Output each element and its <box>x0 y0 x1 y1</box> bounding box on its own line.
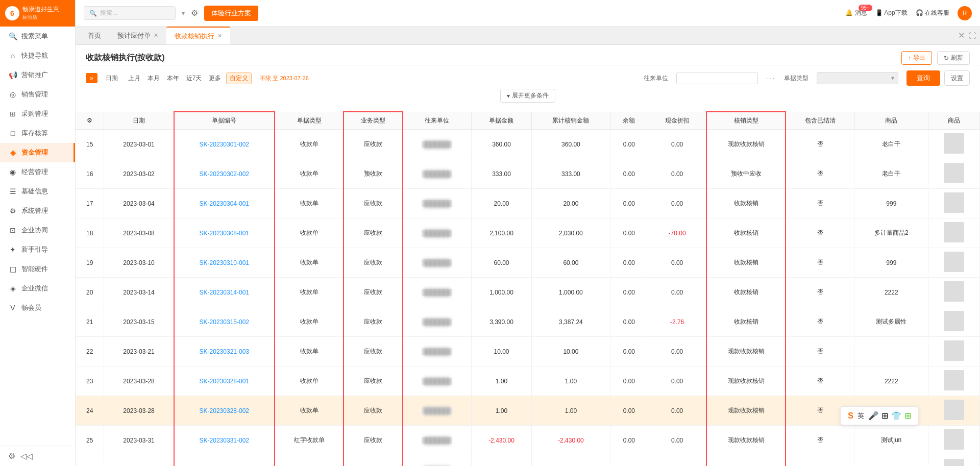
sidebar-item-guide[interactable]: ✦ 新手引导 <box>0 240 75 259</box>
close-all-tabs-icon[interactable]: ✕ <box>958 31 965 40</box>
doc-no-link[interactable]: SK-20230315-002 <box>200 318 249 326</box>
query-button[interactable]: 查询 <box>906 70 940 86</box>
sidebar-item-finance[interactable]: ◈ 资金管理 <box>0 143 75 162</box>
date-this-year-button[interactable]: 本年 <box>165 73 181 84</box>
collapse-icon[interactable]: ◁◁ <box>20 451 33 461</box>
doc-type-select[interactable] <box>817 72 898 84</box>
cell-doc-no[interactable]: SK-20230314-001 <box>174 278 275 307</box>
cell-amount: 360.00 <box>471 130 531 159</box>
table-row: 232023-03-28SK-20230328-001收款单应收款██████1… <box>76 366 980 396</box>
cell-goods2 <box>928 218 980 248</box>
cell-cash-discount: -2.76 <box>648 307 706 337</box>
cell-balance: 0.00 <box>610 218 648 248</box>
tab-close-icon[interactable]: ✕ <box>154 32 158 39</box>
cell-doc-no[interactable]: SK-20230328-002 <box>174 396 275 426</box>
export-icon: ↑ <box>908 55 911 62</box>
user-avatar[interactable]: R <box>958 6 972 20</box>
date-this-month-button[interactable]: 本月 <box>145 73 162 84</box>
filter-settings-button[interactable]: 设置 <box>944 70 970 86</box>
dropdown-arrow-icon[interactable]: ▾ <box>182 10 185 17</box>
date-filter-label: 日期 <box>106 74 118 83</box>
doc-no-link[interactable]: SK-20230302-002 <box>200 170 249 178</box>
doc-no-link[interactable]: SK-20230314-001 <box>200 289 249 296</box>
cell-doc-no[interactable]: SK-20230302-002 <box>174 159 275 189</box>
col-gear[interactable]: ⚙ <box>76 112 104 130</box>
cell-biz-type: 应收款 <box>344 426 403 455</box>
expand-filter-button[interactable]: ▾ 展开更多条件 <box>500 89 555 103</box>
expand-tabs-icon[interactable]: ⛶ <box>969 32 976 40</box>
cell-doc-no[interactable]: SK-20230331-002 <box>174 426 275 455</box>
date-7days-button[interactable]: 近7天 <box>184 73 204 84</box>
cell-amount: 2,100.00 <box>471 218 531 248</box>
cell-include-settled: 否 <box>786 278 854 307</box>
sidebar-item-basic[interactable]: ☰ 基础信息 <box>0 182 75 201</box>
sidebar-item-nav[interactable]: ⌂ 快捷导航 <box>0 46 75 65</box>
cell-doc-no[interactable]: SK-20230308-001 <box>174 218 275 248</box>
sidebar-item-sales[interactable]: ◎ 销售管理 <box>0 85 75 104</box>
cell-doc-no[interactable]: SK-20230403-002 <box>174 455 275 467</box>
doc-no-link[interactable]: SK-20230328-002 <box>200 407 249 414</box>
shirt-icon[interactable]: 👕 <box>891 411 901 421</box>
refresh-button[interactable]: ↻ 刷新 <box>937 51 970 65</box>
doc-no-link[interactable]: SK-20230308-001 <box>200 230 249 237</box>
cell-doc-no[interactable]: SK-20230304-001 <box>174 189 275 218</box>
cell-goods2 <box>928 130 980 159</box>
cell-writeoff-amount: 333.00 <box>532 159 610 189</box>
sidebar-bottom: ⚙ ◁◁ <box>0 446 75 466</box>
sidebar-item-wechat[interactable]: ◈ 企业微信 <box>0 279 75 298</box>
tab-home[interactable]: 首页 <box>80 27 109 44</box>
doc-no-link[interactable]: SK-20230331-002 <box>200 437 249 444</box>
doc-no-link[interactable]: SK-20230310-001 <box>200 259 249 266</box>
settings-icon[interactable]: ⚙ <box>8 451 15 461</box>
system-icon: ⚙ <box>8 207 17 215</box>
phone-icon: 📱 <box>875 9 883 16</box>
sidebar-item-operation[interactable]: ◉ 经营管理 <box>0 162 75 182</box>
topbar-search[interactable]: 🔍 搜索... <box>84 6 176 20</box>
col-writeoff-amount: 累计核销金额 <box>532 112 610 130</box>
date-more-button[interactable]: 更多 <box>207 73 223 84</box>
sidebar-item-marketing[interactable]: 📢 营销推广 <box>0 65 75 85</box>
topbar-gear-icon[interactable]: ⚙ <box>191 8 198 18</box>
export-button[interactable]: ↑ 导出 <box>901 51 932 65</box>
counterpart-input[interactable] <box>676 72 758 84</box>
sidebar-item-member[interactable]: V 畅会员 <box>0 298 75 317</box>
cell-counterpart: ██████ <box>403 278 472 307</box>
grid-icon[interactable]: ⊞ <box>881 411 888 421</box>
cell-counterpart: ██████ <box>403 130 472 159</box>
tab-writeoff[interactable]: 收款核销执行 ✕ <box>166 27 230 44</box>
date-last-month-button[interactable]: 上月 <box>126 73 142 84</box>
doc-no-link[interactable]: SK-20230328-001 <box>200 378 249 385</box>
date-custom-button[interactable]: 自定义 <box>226 72 252 84</box>
app-download-button[interactable]: 📱 App下载 <box>875 9 908 17</box>
notification-button[interactable]: 🔔 消息 99+ <box>845 9 867 17</box>
cell-balance: 0.00 <box>610 337 648 366</box>
sidebar-item-inventory[interactable]: □ 库存核算 <box>0 124 75 143</box>
doc-no-link[interactable]: SK-20230301-002 <box>200 141 249 148</box>
tab-prepayment[interactable]: 预计应付单 ✕ <box>109 27 166 44</box>
doc-no-link[interactable]: SK-20230304-001 <box>200 200 249 207</box>
purchase-icon: ⊞ <box>8 110 17 118</box>
cell-date: 2023-03-04 <box>104 189 174 218</box>
cell-amount: 20.00 <box>471 455 531 467</box>
logo-text: 畅康道好生意 <box>22 6 59 14</box>
sidebar-item-search[interactable]: 🔍 搜索菜单 <box>0 27 75 46</box>
cell-doc-no[interactable]: SK-20230321-003 <box>174 337 275 366</box>
cell-doc-no[interactable]: SK-20230315-002 <box>174 307 275 337</box>
online-service-button[interactable]: 🎧 在线客服 <box>916 9 949 17</box>
search-icon: 🔍 <box>8 32 17 40</box>
filter-toggle-button[interactable]: » <box>86 73 97 83</box>
tab-close-icon[interactable]: ✕ <box>217 33 222 39</box>
hardware-icon: ◫ <box>8 265 17 273</box>
solution-button[interactable]: 体验行业方案 <box>204 6 258 21</box>
mic-icon[interactable]: 🎤 <box>868 411 878 421</box>
cell-doc-no[interactable]: SK-20230328-001 <box>174 366 275 396</box>
sidebar-item-purchase[interactable]: ⊞ 采购管理 <box>0 104 75 124</box>
cell-doc-no[interactable]: SK-20230301-002 <box>174 130 275 159</box>
sidebar-item-enterprise[interactable]: ⊡ 企业协同 <box>0 220 75 240</box>
cell-doc-no[interactable]: SK-20230310-001 <box>174 248 275 278</box>
doc-no-link[interactable]: SK-20230321-003 <box>200 348 249 355</box>
sidebar-item-hardware[interactable]: ◫ 智能硬件 <box>0 259 75 279</box>
apps-icon[interactable]: ⊞ <box>904 411 911 421</box>
sidebar-item-system[interactable]: ⚙ 系统管理 <box>0 201 75 220</box>
cell-writeoff-type: 预收中应收 <box>706 159 786 189</box>
